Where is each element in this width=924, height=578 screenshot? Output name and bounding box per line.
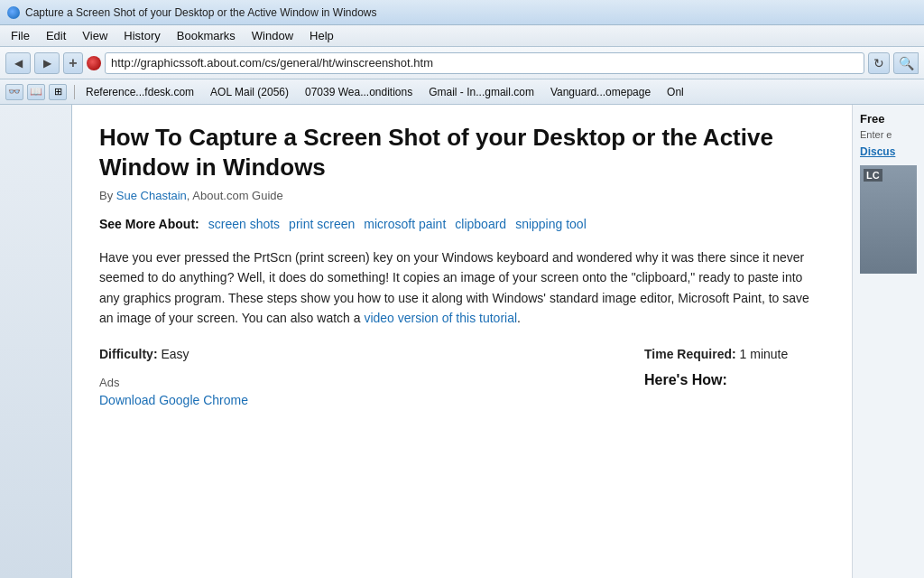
see-more-screen-shots[interactable]: screen shots [208, 217, 280, 231]
menu-edit[interactable]: Edit [39, 27, 73, 44]
browser-icon [7, 6, 20, 19]
enter-email: Enter e [860, 129, 917, 140]
forward-button[interactable]: ▶ [34, 52, 60, 74]
ads-download-link[interactable]: Download Google Chrome [99, 393, 248, 407]
bookmark-reference[interactable]: Reference...fdesk.com [79, 84, 201, 100]
free-label: Free [860, 112, 917, 126]
see-more-snipping-tool[interactable]: snipping tool [515, 217, 587, 231]
right-column: Time Required: 1 minute Here's How: [644, 347, 825, 407]
left-column: Difficulty: Easy Ads Download Google Chr… [99, 347, 617, 407]
author-link[interactable]: Sue Chastain [116, 189, 187, 202]
favicon [87, 56, 101, 70]
refresh-button[interactable]: ↻ [868, 52, 890, 74]
difficulty-label: Difficulty: [99, 347, 158, 361]
ads-label: Ads [99, 376, 617, 389]
menu-bar: File Edit View History Bookmarks Window … [0, 25, 924, 47]
sidebar-right: Free Enter e Discus LC [852, 105, 924, 578]
navigation-bar: ◀ ▶ + ↻ 🔍 [0, 47, 924, 79]
menu-help[interactable]: Help [302, 27, 341, 44]
bookmark-vanguard[interactable]: Vanguard...omepage [543, 84, 658, 100]
video-link[interactable]: video version of this tutorial [364, 311, 517, 325]
difficulty-line: Difficulty: Easy [99, 347, 617, 361]
search-icon: 🔍 [899, 56, 914, 70]
byline-suffix: , About.com Guide [187, 189, 283, 202]
bookmark-gmail[interactable]: Gmail - In...gmail.com [421, 84, 541, 100]
menu-window[interactable]: Window [245, 27, 300, 44]
menu-file[interactable]: File [4, 27, 37, 44]
content-wrapper: How To Capture a Screen Shot of your Des… [0, 105, 924, 578]
search-button[interactable]: 🔍 [893, 52, 919, 74]
difficulty-value: Easy [161, 347, 189, 361]
bookmark-onl[interactable]: Onl [660, 84, 691, 100]
body-end: . [517, 311, 521, 325]
refresh-icon: ↻ [873, 56, 884, 70]
reader-icon[interactable]: 👓 [5, 84, 23, 100]
time-label: Time Required: [644, 347, 736, 361]
sidebar-left [0, 105, 72, 578]
main-content: How To Capture a Screen Shot of your Des… [72, 105, 852, 578]
see-more-clipboard[interactable]: clipboard [455, 217, 506, 231]
back-icon: ◀ [14, 57, 23, 70]
back-button[interactable]: ◀ [5, 52, 31, 74]
right-image-area: LC [860, 165, 917, 274]
bookmarks-list-icon[interactable]: 📖 [27, 84, 45, 100]
article-body: Have you ever pressed the PrtScn (print … [99, 247, 825, 329]
see-more-label: See More About: [99, 217, 199, 231]
see-more-print-screen[interactable]: print screen [289, 217, 355, 231]
bookmark-aol[interactable]: AOL Mail (2056) [203, 84, 296, 100]
see-more-microsoft-paint[interactable]: microsoft paint [364, 217, 446, 231]
apps-icon[interactable]: ⊞ [49, 84, 67, 100]
window-title: Capture a Screen Shot of your Desktop or… [25, 6, 377, 19]
plus-icon: + [69, 55, 77, 71]
discuss-link[interactable]: Discus [860, 145, 895, 158]
new-tab-button[interactable]: + [63, 52, 83, 74]
menu-view[interactable]: View [75, 27, 115, 44]
right-sidebar-content: Free Enter e Discus LC [853, 105, 924, 281]
byline-prefix: By [99, 189, 116, 202]
bottom-columns: Difficulty: Easy Ads Download Google Chr… [99, 347, 825, 407]
bookmarks-bar: 👓 📖 ⊞ Reference...fdesk.com AOL Mail (20… [0, 79, 924, 105]
bookmark-separator [74, 85, 75, 99]
forward-icon: ▶ [43, 57, 51, 70]
see-more-section: See More About: screen shots print scree… [99, 217, 825, 231]
bookmark-tool-icons: 👓 📖 ⊞ [5, 84, 67, 100]
title-bar: Capture a Screen Shot of your Desktop or… [0, 0, 924, 25]
time-row: Time Required: 1 minute [644, 347, 825, 361]
image-label: LC [864, 169, 882, 182]
time-value: 1 minute [740, 347, 789, 361]
article-byline: By Sue Chastain, About.com Guide [99, 189, 825, 202]
article-title: How To Capture a Screen Shot of your Des… [99, 123, 825, 182]
menu-history[interactable]: History [116, 27, 167, 44]
menu-bookmarks[interactable]: Bookmarks [170, 27, 243, 44]
bookmark-weather[interactable]: 07039 Wea...onditions [298, 84, 420, 100]
heres-how: Here's How: [644, 372, 825, 388]
url-input[interactable] [105, 52, 864, 74]
